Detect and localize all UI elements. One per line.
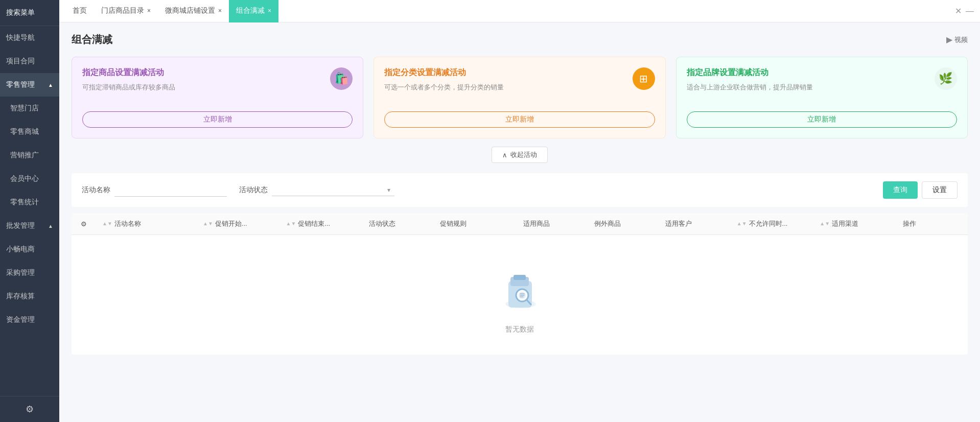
brand-add-btn[interactable]: 立即新增: [687, 111, 957, 128]
search-status-label: 活动状态: [239, 185, 268, 195]
svg-rect-3: [514, 275, 526, 280]
th-gear[interactable]: ⚙: [72, 220, 96, 228]
th-noallow: ▲▼ 不允许同时...: [731, 219, 813, 228]
search-name-label: 活动名称: [82, 185, 110, 195]
data-table: ⚙ ▲▼ 活动名称 ▲▼ 促销开始... ▲▼ 促销结束... 活动状态 促销: [72, 213, 968, 355]
collapse-activities-btn[interactable]: ∧ 收起活动: [492, 147, 548, 163]
goods-card-icon: 🛍️: [330, 67, 353, 90]
brand-activity-card: 指定品牌设置满减活动 🌿 适合与上游企业联合做营销，提升品牌销量 立即新增: [676, 57, 968, 138]
sidebar-bottom: ⚙: [0, 396, 59, 422]
retail-mgmt-arrow: ▲: [48, 82, 53, 88]
brand-card-title: 指定品牌设置满减活动: [687, 67, 957, 78]
tab-home[interactable]: 首页: [65, 0, 94, 22]
page-title: 组合满减: [72, 33, 112, 46]
sidebar-item-retail-mall[interactable]: 零售商城: [0, 120, 59, 144]
settings-btn[interactable]: 设置: [922, 181, 958, 199]
th-exception: 例外商品: [588, 219, 659, 228]
collapse-label: 收起活动: [510, 150, 537, 159]
query-btn[interactable]: 查询: [883, 181, 918, 199]
category-add-btn[interactable]: 立即新增: [384, 111, 655, 128]
select-arrow-icon: ▾: [387, 186, 390, 194]
content-area: 组合满减 ▶ 视频 指定商品设置满减活动 🛍️ 可指定滞销商品或库存较多商品 立…: [59, 22, 980, 422]
window-controls: ✕ —: [955, 6, 974, 16]
collapse-icon: ∧: [502, 151, 507, 159]
sidebar-item-purchase-mgmt[interactable]: 采购管理: [0, 261, 59, 285]
th-goods: 适用商品: [517, 219, 588, 228]
sort-start-icon[interactable]: ▲▼: [203, 221, 213, 226]
tab-bar: 首页 门店商品目录 × 微商城店铺设置 × 组合满减 × ✕ —: [59, 0, 980, 22]
sidebar-search[interactable]: 搜索菜单: [0, 0, 59, 26]
sort-noallow-icon[interactable]: ▲▼: [737, 221, 747, 226]
category-card-desc: 可选一个或者多个分类，提升分类的销量: [384, 82, 655, 103]
tab-store-catalog[interactable]: 门店商品目录 ×: [94, 0, 158, 22]
activity-cards: 指定商品设置满减活动 🛍️ 可指定滞销商品或库存较多商品 立即新增 指定分类设置…: [72, 57, 968, 138]
sidebar: 搜索菜单 快捷导航 项目合同 零售管理 ▲ 智慧门店 零售商城 营销推广 会员中…: [0, 0, 59, 422]
category-card-icon: ⊞: [633, 67, 655, 90]
search-name-field: 活动名称: [82, 184, 227, 197]
tab-store-catalog-close[interactable]: ×: [147, 7, 151, 14]
th-rule: 促销规则: [434, 219, 517, 228]
goods-activity-card: 指定商品设置满减活动 🛍️ 可指定滞销商品或库存较多商品 立即新增: [72, 57, 363, 138]
main-area: 首页 门店商品目录 × 微商城店铺设置 × 组合满减 × ✕ — 组合满减 ▶ …: [59, 0, 980, 422]
video-link[interactable]: ▶ 视频: [946, 35, 968, 44]
sidebar-item-marketing[interactable]: 营销推广: [0, 144, 59, 167]
collapse-row: ∧ 收起活动: [72, 147, 968, 163]
wholesale-arrow: ▲: [48, 223, 53, 229]
category-activity-card: 指定分类设置满减活动 ⊞ 可选一个或者多个分类，提升分类的销量 立即新增: [374, 57, 665, 138]
sidebar-item-retail-mgmt[interactable]: 零售管理 ▲: [0, 73, 59, 97]
sidebar-item-wholesale-mgmt[interactable]: 批发管理 ▲: [0, 214, 59, 238]
search-bar: 活动名称 活动状态 ▾ 查询 设置: [72, 173, 968, 207]
settings-icon[interactable]: ⚙: [26, 404, 34, 415]
category-card-title: 指定分类设置满减活动: [384, 67, 655, 78]
window-minimize-btn[interactable]: —: [966, 7, 974, 16]
window-close-btn[interactable]: ✕: [955, 6, 962, 16]
th-status: 活动状态: [363, 219, 434, 228]
brand-card-icon: 🌿: [935, 67, 957, 90]
th-action: 操作: [897, 219, 968, 228]
sidebar-item-quick-nav[interactable]: 快捷导航: [0, 26, 59, 50]
sidebar-item-member-center[interactable]: 会员中心: [0, 167, 59, 191]
goods-card-title: 指定商品设置满减活动: [82, 67, 353, 78]
th-name: ▲▼ 活动名称: [96, 219, 197, 228]
goods-add-btn[interactable]: 立即新增: [82, 111, 353, 128]
sidebar-item-retail-stats[interactable]: 零售统计: [0, 191, 59, 214]
brand-card-desc: 适合与上游企业联合做营销，提升品牌销量: [687, 82, 957, 103]
sort-channel-icon[interactable]: ▲▼: [820, 221, 830, 226]
search-name-input[interactable]: [114, 184, 227, 197]
sidebar-item-inventory[interactable]: 库存核算: [0, 285, 59, 308]
status-select[interactable]: ▾: [272, 184, 394, 196]
tab-mini-store-close[interactable]: ×: [218, 7, 222, 14]
th-channel: ▲▼ 适用渠道: [813, 219, 896, 228]
goods-card-desc: 可指定滞销商品或库存较多商品: [82, 82, 353, 103]
sidebar-item-xiaochang[interactable]: 小畅电商: [0, 238, 59, 261]
tab-combo-discount[interactable]: 组合满减 ×: [229, 0, 278, 22]
sidebar-item-smart-store[interactable]: 智慧门店: [0, 97, 59, 120]
sidebar-item-project-contract[interactable]: 项目合同: [0, 50, 59, 73]
sort-end-icon[interactable]: ▲▼: [286, 221, 296, 226]
page-header: 组合满减 ▶ 视频: [72, 33, 968, 46]
tab-combo-discount-close[interactable]: ×: [268, 7, 271, 14]
empty-state-icon: [494, 266, 545, 317]
tab-mini-store-settings[interactable]: 微商城店铺设置 ×: [158, 0, 229, 22]
search-status-field: 活动状态 ▾: [239, 184, 871, 196]
search-actions: 查询 设置: [883, 181, 958, 199]
play-icon: ▶: [946, 35, 952, 44]
empty-text: 暂无数据: [505, 325, 534, 334]
th-customer: 适用客户: [659, 219, 730, 228]
sort-name-icon[interactable]: ▲▼: [102, 221, 112, 226]
sidebar-item-finance[interactable]: 资金管理: [0, 308, 59, 332]
empty-state: 暂无数据: [72, 235, 968, 355]
th-start: ▲▼ 促销开始...: [197, 219, 279, 228]
th-end: ▲▼ 促销结束...: [279, 219, 362, 228]
table-header: ⚙ ▲▼ 活动名称 ▲▼ 促销开始... ▲▼ 促销结束... 活动状态 促销: [72, 213, 968, 235]
